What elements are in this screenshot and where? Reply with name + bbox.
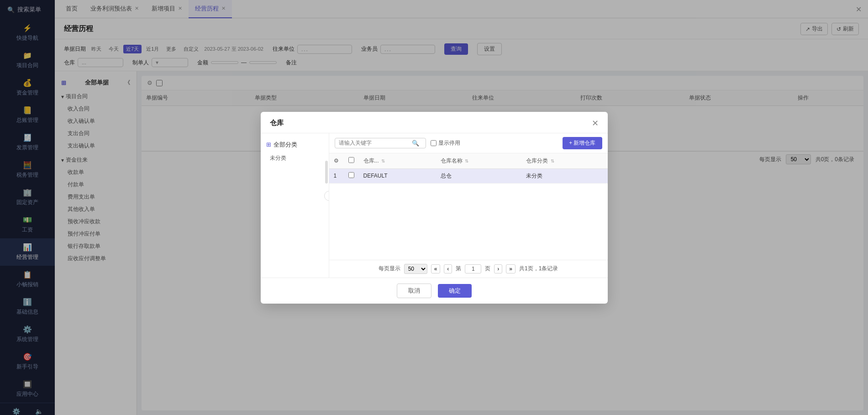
- sort-icon-category: ⇅: [551, 158, 554, 163]
- page-next-button[interactable]: ›: [494, 264, 502, 273]
- page-word-after: 页: [485, 265, 490, 273]
- cancel-button[interactable]: 取消: [397, 284, 431, 298]
- modal-title: 仓库: [270, 119, 284, 127]
- category-header-label: 全部分类: [274, 141, 297, 149]
- warehouse-modal: 仓库 ✕ ⊞ 全部分类 未分类 《: [261, 112, 608, 304]
- confirm-button[interactable]: 确定: [438, 284, 472, 298]
- data-table-wrap: ⚙ 仓库... ⇅ 仓库名称 ⇅ 仓库分类 ⇅: [329, 153, 608, 260]
- warehouse-select-all[interactable]: [348, 157, 354, 163]
- category-panel: ⊞ 全部分类 未分类 《: [261, 133, 329, 278]
- row-name: 总仓: [436, 168, 522, 183]
- modal-page-size-select[interactable]: 50 10 20 100: [404, 264, 427, 274]
- col-warehouse-code: 仓库... ⇅: [359, 153, 436, 169]
- warehouse-row-1[interactable]: 1 DEFAULT 总仓 未分类: [329, 168, 608, 183]
- search-box: 🔍: [335, 138, 426, 148]
- modal-footer: 取消 确定: [261, 278, 608, 304]
- add-warehouse-button[interactable]: + 新增仓库: [563, 137, 602, 149]
- modal-page-input[interactable]: [465, 264, 481, 273]
- category-grid-icon: ⊞: [266, 141, 271, 148]
- modal-total: 共1页，1条记录: [519, 265, 558, 273]
- category-item-unclassified[interactable]: 未分类: [261, 152, 329, 165]
- warehouse-table-head: ⚙ 仓库... ⇅ 仓库名称 ⇅ 仓库分类 ⇅: [329, 153, 608, 169]
- row-category: 未分类: [521, 168, 607, 183]
- search-input[interactable]: [339, 140, 412, 146]
- data-panel: 🔍 显示停用 + 新增仓库 ⚙: [329, 133, 608, 278]
- modal-header: 仓库 ✕: [261, 112, 608, 133]
- show-disabled-text: 显示停用: [438, 139, 460, 147]
- row-checkbox[interactable]: [348, 172, 354, 178]
- modal-pagination: 每页显示 50 10 20 100 « ‹ 第 页 › » 共1页，1条记录: [329, 260, 608, 278]
- warehouse-table: ⚙ 仓库... ⇅ 仓库名称 ⇅ 仓库分类 ⇅: [329, 153, 608, 184]
- sort-icon-name: ⇅: [465, 158, 468, 163]
- warehouse-table-body: 1 DEFAULT 总仓 未分类: [329, 168, 608, 183]
- col-warehouse-category: 仓库分类 ⇅: [521, 153, 607, 169]
- page-last-button[interactable]: »: [506, 264, 516, 273]
- data-toolbar: 🔍 显示停用 + 新增仓库: [329, 133, 608, 153]
- col-settings: ⚙: [329, 153, 344, 169]
- col-check: [344, 153, 359, 169]
- modal-overlay: 仓库 ✕ ⊞ 全部分类 未分类 《: [0, 0, 868, 415]
- modal-page-size-label: 每页显示: [379, 265, 400, 273]
- show-disabled-checkbox[interactable]: [431, 140, 437, 146]
- show-disabled-label: 显示停用: [431, 139, 460, 147]
- category-header[interactable]: ⊞ 全部分类: [261, 138, 329, 152]
- row-checkbox-cell: [344, 168, 359, 183]
- row-index: 1: [329, 168, 344, 183]
- sort-icon-code: ⇅: [381, 158, 385, 163]
- row-code: DEFAULT: [359, 168, 436, 183]
- modal-body: ⊞ 全部分类 未分类 《 🔍: [261, 133, 608, 278]
- modal-close-button[interactable]: ✕: [592, 118, 599, 128]
- search-icon[interactable]: 🔍: [412, 140, 419, 147]
- category-collapse-button[interactable]: 《: [324, 191, 329, 201]
- page-prev-button[interactable]: ‹: [444, 264, 452, 273]
- page-word-before: 第: [456, 265, 461, 273]
- col-warehouse-name: 仓库名称 ⇅: [436, 153, 522, 169]
- page-first-button[interactable]: «: [431, 264, 441, 273]
- category-scrollbar[interactable]: [325, 161, 328, 184]
